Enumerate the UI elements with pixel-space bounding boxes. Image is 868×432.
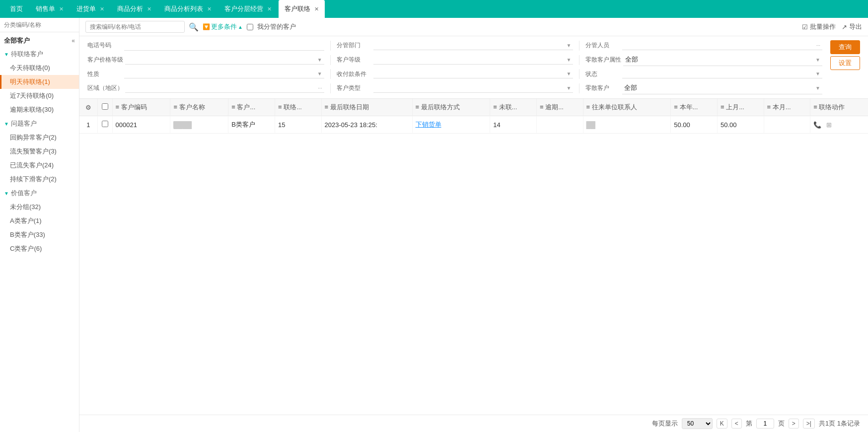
- settings-button[interactable]: 设置: [830, 56, 860, 70]
- sidebar-item-tomorrow[interactable]: 明天待联络(1): [0, 75, 79, 89]
- search-icon[interactable]: 🔍: [189, 22, 199, 32]
- status-label: 状态: [585, 70, 620, 78]
- my-customers-checkbox[interactable]: 我分管的客户: [247, 22, 296, 31]
- col-this-year: ≡ 本年...: [671, 99, 718, 116]
- advanced-filter-panel: 电话号码 分管部门 ▼ 分管人员: [79, 36, 868, 99]
- row-checkbox[interactable]: [97, 116, 112, 134]
- page-input[interactable]: [756, 419, 774, 429]
- col-checkbox: [97, 99, 112, 116]
- export-button[interactable]: ↗ 导出: [842, 22, 862, 31]
- customer-type-select[interactable]: ▼: [373, 84, 574, 93]
- nav-home[interactable]: 首页: [4, 0, 29, 18]
- retail-attr-select[interactable]: 全部▼: [623, 54, 822, 66]
- adv-filter-row-2: 客户价格等级 ▼ 客户等级 ▼: [87, 54, 822, 66]
- col-type: ≡ 客户...: [228, 99, 275, 116]
- sidebar-item-overdue[interactable]: 逾期未联络(30): [0, 103, 79, 117]
- bulk-op-button[interactable]: ☑ 批量操作: [802, 22, 836, 31]
- nature-field: 性质 ▼: [87, 70, 324, 78]
- collapse-icon[interactable]: «: [72, 37, 75, 44]
- table-header-row: ⚙ ≡ 客户编码 ≡ 客户名称 ≡ 客户... ≡ 联络... ≡ 最后联络日期…: [79, 99, 868, 116]
- chevron-up-icon: ▲: [238, 24, 243, 30]
- sidebar-item-class-a[interactable]: A类客户(1): [0, 214, 79, 228]
- next-page-btn[interactable]: >: [789, 419, 799, 429]
- prev-page-btn[interactable]: <: [731, 419, 742, 429]
- nav-customer-contact[interactable]: 客户联络 ✕: [279, 0, 325, 18]
- checkbox-icon: ☑: [802, 23, 808, 31]
- sidebar-item-churn-warning[interactable]: 流失预警客户(3): [0, 144, 79, 158]
- nav-product-analysis-list[interactable]: 商品分析列表 ✕: [158, 0, 217, 18]
- close-icon[interactable]: ✕: [207, 6, 212, 12]
- nav-product-analysis[interactable]: 商品分析 ✕: [111, 0, 157, 18]
- sidebar-item-unclassified[interactable]: 未分组(32): [0, 200, 79, 214]
- select-all-checkbox[interactable]: [102, 103, 108, 110]
- action-call-icon[interactable]: 📞: [813, 121, 821, 129]
- dept-label: 分管部门: [337, 41, 371, 50]
- all-customers-header[interactable]: 全部客户 «: [0, 32, 79, 47]
- nav-sales[interactable]: 销售单 ✕: [30, 0, 70, 18]
- col-last-date: ≡ 最后联络日期: [321, 99, 412, 116]
- page-unit: 页: [778, 419, 785, 428]
- close-icon[interactable]: ✕: [314, 6, 319, 12]
- retail-customer-select[interactable]: 全部▼: [622, 82, 822, 94]
- close-icon[interactable]: ✕: [147, 6, 151, 12]
- price-level-label: 客户价格等级: [87, 56, 123, 64]
- divider: [330, 55, 331, 65]
- nav-customer-segmentation[interactable]: 客户分层经营 ✕: [218, 0, 278, 18]
- phone-input[interactable]: [124, 40, 324, 51]
- query-button[interactable]: 查询: [830, 40, 860, 54]
- search-input[interactable]: [85, 21, 185, 33]
- table-footer: 每页显示 50 K < 第 页 > >| 共1页 1条记录: [79, 415, 868, 432]
- sidebar-group-value[interactable]: 价值客户: [0, 186, 79, 200]
- sidebar-item-repurchase-anomaly[interactable]: 回购异常客户(2): [0, 131, 79, 144]
- person-field: 分管人员 ···: [585, 41, 822, 50]
- col-overdue: ≡ 逾期...: [536, 99, 583, 116]
- first-page-btn[interactable]: K: [717, 419, 727, 429]
- sidebar-group-problem[interactable]: 问题客户: [0, 117, 79, 131]
- sidebar-search-input[interactable]: [4, 21, 78, 28]
- last-page-btn[interactable]: >|: [803, 419, 815, 429]
- nature-select[interactable]: ▼: [124, 70, 324, 78]
- phone-field: 电话号码: [87, 40, 324, 51]
- more-conditions-btn[interactable]: 🔽 更多条件 ▲: [203, 22, 243, 31]
- area-label: 区域（地区）: [87, 84, 123, 92]
- my-customers-check[interactable]: [247, 24, 253, 30]
- person-select[interactable]: ···: [622, 41, 822, 50]
- per-page-select[interactable]: 50: [682, 418, 713, 429]
- divider: [579, 41, 579, 51]
- table-row: 1 000021 ████ B类客户 15 2023-05-23 18:25: …: [79, 116, 868, 134]
- sidebar-item-7days[interactable]: 近7天待联络(0): [0, 89, 79, 103]
- row-last-method[interactable]: 下销货单: [412, 116, 490, 134]
- price-level-select[interactable]: ▼: [125, 56, 324, 65]
- row-this-month: [764, 116, 810, 134]
- top-nav: 首页 销售单 ✕ 进货单 ✕ 商品分析 ✕ 商品分析列表 ✕ 客户分层经营 ✕ …: [0, 0, 868, 18]
- area-select[interactable]: ···: [125, 84, 324, 93]
- total-info: 共1页 1条记录: [819, 419, 860, 428]
- sidebar-item-churned[interactable]: 已流失客户(24): [0, 158, 79, 172]
- adv-filter-row-1: 电话号码 分管部门 ▼ 分管人员: [87, 40, 822, 51]
- dept-select[interactable]: ▼: [373, 41, 574, 50]
- sidebar-item-today[interactable]: 今天待联络(0): [0, 61, 79, 75]
- status-select[interactable]: ▼: [622, 70, 822, 78]
- sidebar-item-class-b[interactable]: B类客户(33): [0, 228, 79, 242]
- row-check[interactable]: [102, 121, 108, 127]
- close-icon[interactable]: ✕: [100, 6, 104, 12]
- col-settings[interactable]: ⚙: [79, 99, 97, 116]
- close-icon[interactable]: ✕: [267, 6, 272, 12]
- sidebar-item-declining[interactable]: 持续下滑客户(2): [0, 172, 79, 186]
- col-name: ≡ 客户名称: [170, 99, 228, 116]
- payment-select[interactable]: ▼: [373, 70, 574, 78]
- customer-level-select[interactable]: ▼: [373, 56, 574, 65]
- data-table-wrap: ⚙ ≡ 客户编码 ≡ 客户名称 ≡ 客户... ≡ 联络... ≡ 最后联络日期…: [79, 99, 868, 415]
- payment-label: 收付款条件: [337, 70, 371, 78]
- sidebar-item-class-c[interactable]: C类客户(6): [0, 242, 79, 256]
- action-more-icon[interactable]: ⊞: [826, 121, 832, 129]
- divider: [579, 55, 579, 65]
- sidebar-group-pending[interactable]: 待联络客户: [0, 47, 79, 61]
- price-level-field: 客户价格等级 ▼: [87, 56, 324, 65]
- row-last-date: 2023-05-23 18:25:: [321, 116, 412, 134]
- divider: [579, 69, 579, 79]
- nav-purchase[interactable]: 进货单 ✕: [71, 0, 110, 18]
- row-overdue: [536, 116, 583, 134]
- close-icon[interactable]: ✕: [59, 6, 64, 12]
- divider: [330, 69, 331, 79]
